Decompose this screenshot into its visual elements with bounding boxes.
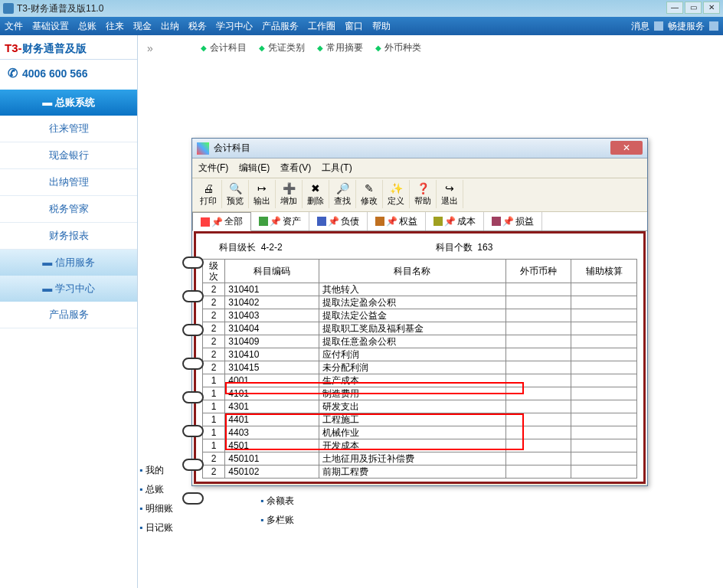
ql-balance[interactable]: 余额表 [260, 495, 294, 508]
brand-prefix: T3- [5, 41, 22, 54]
nav-cash-bank[interactable]: 现金银行 [0, 142, 137, 169]
maximize-button[interactable]: ▭ [685, 2, 702, 14]
tbtn-退出[interactable]: ↪退出 [437, 180, 463, 208]
nav-product[interactable]: 产品服务 [0, 302, 137, 328]
menu-window[interactable]: 窗口 [345, 20, 363, 33]
table-row[interactable]: 14403机械作业 [203, 426, 637, 439]
col-aux[interactable]: 辅助核算 [571, 260, 637, 283]
menu-circle[interactable]: 工作圈 [308, 20, 335, 33]
nav-tax-mgr[interactable]: 税务管家 [0, 196, 137, 223]
tab-资产[interactable]: 📌资产 [251, 212, 309, 230]
table-row[interactable]: 2450101土地征用及拆迁补偿费 [203, 452, 637, 466]
chevron-icon: » [147, 42, 153, 54]
tbtn-输出[interactable]: ↦输出 [249, 180, 276, 208]
tab-损益[interactable]: 📌损益 [484, 212, 542, 230]
account-grid[interactable]: 级 次 科目编码 科目名称 外币币种 辅助核算 2310401其他转入23104… [202, 259, 637, 479]
brand: T3-财务通普及版 [0, 35, 137, 60]
dialog-close-button[interactable]: ✕ [610, 141, 643, 155]
menu-help[interactable]: 帮助 [372, 20, 391, 33]
nav-ar-mgmt[interactable]: 往来管理 [0, 116, 137, 142]
phone-block: ✆ 4006 600 566 [0, 60, 137, 90]
tbtn-定义[interactable]: ✨定义 [383, 180, 410, 208]
dmenu-file[interactable]: 文件(F) [198, 162, 228, 175]
dialog-toolbar: 🖨打印🔍预览↦输出➕增加✖删除🔎查找✎修改✨定义❓帮助↪退出 [192, 178, 647, 212]
dialog-menu: 文件(F) 编辑(E) 查看(V) 工具(T) [192, 158, 647, 178]
close-button[interactable]: ✕ [703, 2, 720, 14]
menu-cashier[interactable]: 出纳 [161, 20, 179, 33]
left-quick-links: 我的 总账 明细账 日记账 [139, 464, 173, 534]
tbtn-帮助[interactable]: ❓帮助 [410, 180, 437, 208]
nav-study[interactable]: ▬ 学习中心 [0, 276, 137, 302]
breadcrumb: » ◆会计科目 ◆凭证类别 ◆常用摘要 ◆外币种类 [138, 35, 723, 60]
table-row[interactable]: 2450102前期工程费 [203, 466, 637, 479]
tab-权益[interactable]: 📌权益 [368, 212, 426, 230]
tbtn-查找[interactable]: 🔎查找 [329, 180, 356, 208]
menu-cash[interactable]: 现金 [133, 20, 152, 33]
table-row[interactable]: 2310403提取法定公益金 [203, 309, 637, 322]
bc-account[interactable]: ◆会计科目 [201, 41, 247, 54]
phone-number: 4006 600 566 [22, 67, 88, 80]
dmenu-tools[interactable]: 工具(T) [322, 162, 352, 175]
bc-voucher-type[interactable]: ◆凭证类别 [259, 41, 305, 54]
tbtn-修改[interactable]: ✎修改 [356, 180, 383, 208]
tab-负债[interactable]: 📌负债 [309, 212, 368, 230]
count-label: 科目个数 [436, 242, 473, 253]
nav-gl-system[interactable]: ▬ 总账系统 [0, 90, 137, 116]
sidebar: T3-财务通普及版 ✆ 4006 600 566 ▬ 总账系统 往来管理 现金银… [0, 35, 138, 588]
nav-cashier-mgmt[interactable]: 出纳管理 [0, 169, 137, 196]
menu-tax[interactable]: 税务 [188, 20, 207, 33]
ql-journal[interactable]: 日记账 [139, 521, 173, 534]
bc-summary[interactable]: ◆常用摘要 [317, 41, 363, 54]
nav-fin-report[interactable]: 财务报表 [0, 223, 137, 250]
col-name[interactable]: 科目名称 [319, 260, 505, 283]
app-icon [3, 3, 14, 14]
phone-icon: ✆ [8, 66, 18, 80]
table-row[interactable]: 14401工程施工 [203, 413, 637, 426]
ql-multicol[interactable]: 多栏账 [260, 514, 294, 527]
tbtn-打印[interactable]: 🖨打印 [195, 180, 222, 208]
tbtn-增加[interactable]: ➕增加 [276, 180, 303, 208]
dmenu-edit[interactable]: 编辑(E) [239, 162, 270, 175]
menu-basic[interactable]: 基础设置 [32, 20, 69, 33]
message-link[interactable]: 消息 [631, 20, 649, 33]
table-row[interactable]: 2310409提取任意盈余公积 [203, 335, 637, 348]
category-tabs: 📌全部📌资产📌负债📌权益📌成本📌损益 [192, 212, 647, 231]
minimize-button[interactable]: — [666, 2, 683, 14]
col-code[interactable]: 科目编码 [225, 260, 319, 283]
count-value: 163 [477, 242, 492, 253]
service-link[interactable]: 畅捷服务 [668, 20, 705, 33]
service-icon[interactable] [709, 21, 718, 31]
tbtn-预览[interactable]: 🔍预览 [222, 180, 249, 208]
bc-currency[interactable]: ◆外币种类 [375, 41, 421, 54]
chat-icon[interactable] [654, 21, 663, 31]
right-quick-links: 余额表 多栏账 [260, 495, 294, 527]
table-row[interactable]: 2310410应付利润 [203, 348, 637, 361]
spiral-binding [182, 256, 204, 505]
table-row[interactable]: 2310415未分配利润 [203, 361, 637, 374]
tab-全部[interactable]: 📌全部 [192, 212, 251, 231]
tab-成本[interactable]: 📌成本 [426, 212, 484, 230]
menu-ar[interactable]: 往来 [106, 20, 124, 33]
ql-mine[interactable]: 我的 [139, 464, 173, 477]
ql-gl[interactable]: 总账 [139, 483, 173, 496]
tbtn-删除[interactable]: ✖删除 [303, 180, 329, 208]
menu-gl[interactable]: 总账 [78, 20, 97, 33]
table-row[interactable]: 14001生产成本 [203, 374, 637, 387]
col-level[interactable]: 级 次 [203, 260, 225, 283]
dialog-icon [197, 142, 209, 155]
table-row[interactable]: 14101制造费用 [203, 387, 637, 400]
menu-file[interactable]: 文件 [5, 20, 23, 33]
table-row[interactable]: 14501开发成本 [203, 439, 637, 452]
table-row[interactable]: 2310404提取职工奖励及福利基金 [203, 322, 637, 335]
table-row[interactable]: 2310402提取法定盈余公积 [203, 296, 637, 309]
table-row[interactable]: 14301研发支出 [203, 400, 637, 413]
level-value: 4-2-2 [261, 242, 283, 253]
col-currency[interactable]: 外币币种 [505, 260, 571, 283]
menu-product[interactable]: 产品服务 [262, 20, 299, 33]
table-row[interactable]: 2310401其他转入 [203, 283, 637, 296]
dialog-titlebar[interactable]: 会计科目 ✕ [192, 139, 647, 158]
menu-study[interactable]: 学习中心 [216, 20, 253, 33]
nav-credit[interactable]: ▬ 信用服务 [0, 250, 137, 276]
dmenu-view[interactable]: 查看(V) [280, 162, 311, 175]
ql-detail[interactable]: 明细账 [139, 502, 173, 515]
